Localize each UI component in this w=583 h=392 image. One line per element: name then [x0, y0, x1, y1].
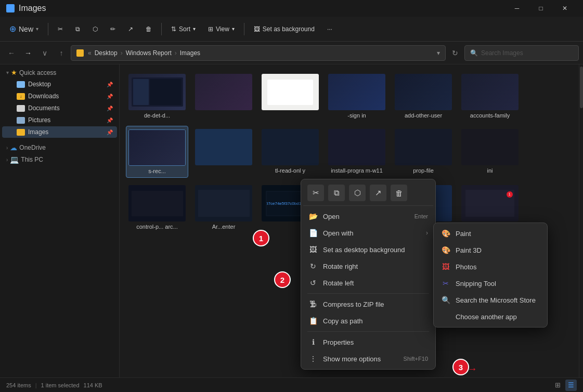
search-box[interactable]: 🔍 Search Images [464, 45, 579, 61]
file-item-ini[interactable]: ini [459, 126, 521, 178]
cm-open-icon: 📂 [308, 212, 318, 221]
cm-delete-button[interactable]: 🗑 [391, 185, 407, 201]
file-item-install-program[interactable]: install-progra m-w11 [326, 126, 388, 178]
chevron-down-icon: ▾ [6, 70, 9, 75]
details-view-button[interactable]: ☰ [565, 380, 577, 391]
cm-share-button[interactable]: ↗ [370, 185, 386, 201]
grid-view-button[interactable]: ⊞ [552, 380, 563, 391]
path-dropdown-button[interactable]: ▾ [437, 49, 440, 57]
toolbar-separator-3 [244, 23, 244, 35]
cut-button[interactable]: ✂ [53, 20, 68, 38]
cm-copy-button[interactable]: ⧉ [328, 185, 345, 201]
copy-icon: ⧉ [75, 25, 80, 33]
file-item-prop-file[interactable]: prop-file [392, 126, 455, 178]
cm-paste-button[interactable]: ⬡ [349, 185, 366, 201]
file-item-accounts-family[interactable]: accounts-family [459, 71, 521, 122]
cm-properties-label: Properties [323, 338, 354, 346]
submenu-item-paint3d[interactable]: 🎨 Paint 3D [436, 242, 545, 258]
file-item-tl-read-only[interactable]: tl-read-onl y [259, 126, 321, 178]
view-button[interactable]: ⊞ View ▾ [203, 20, 240, 38]
cm-item-rotate-right[interactable]: ↻ Rotate right [303, 258, 433, 275]
submenu-item-photos[interactable]: 🖼 Photos [436, 258, 545, 275]
file-item-sign-in[interactable]: -sign in [326, 71, 388, 122]
new-button[interactable]: ⊕ New ▾ [4, 20, 44, 38]
cm-item-open[interactable]: 📂 Open Enter [303, 208, 433, 225]
file-item-ar-enter[interactable]: Ar...enter [192, 182, 255, 233]
cm-item-copy-path[interactable]: 📋 Copy as path [303, 312, 433, 329]
share-button[interactable]: ↗ [123, 20, 138, 38]
sidebar-onedrive-label: OneDrive [19, 144, 46, 151]
sidebar-item-desktop[interactable]: Desktop 📌 [2, 79, 117, 90]
close-button[interactable]: ✕ [553, 0, 577, 17]
cm-item-set-desktop[interactable]: 🖼 Set as desktop background [303, 241, 433, 258]
minimize-button[interactable]: ─ [505, 0, 529, 17]
quick-access-star-icon: ★ [11, 69, 17, 76]
file-name-add-other-user: add-other-user [405, 112, 442, 119]
sidebar-item-documents[interactable]: Documents 📌 [2, 102, 117, 114]
sidebar-quick-access-header[interactable]: ▾ ★ Quick access [2, 67, 117, 78]
file-item-3[interactable] [259, 71, 321, 122]
photos-icon: 🖼 [441, 262, 450, 271]
recent-button[interactable]: ∨ [37, 46, 52, 60]
path-sep-2: › [175, 49, 177, 57]
cm-copy-path-icon: 📋 [308, 316, 318, 325]
file-item-control-p[interactable]: control-p... arc... [126, 182, 188, 233]
refresh-button[interactable]: ↻ [448, 46, 462, 60]
title-bar: Images ─ □ ✕ [0, 0, 583, 17]
documents-folder-icon [17, 105, 25, 112]
up-button[interactable]: ↑ [54, 46, 69, 60]
cm-item-rotate-left[interactable]: ↺ Rotate left [303, 275, 433, 291]
toolbar-separator-1 [48, 23, 48, 35]
sidebar-item-pictures[interactable]: Pictures 📌 [2, 114, 117, 126]
submenu-item-choose-app[interactable]: Choose another app [436, 308, 545, 325]
snipping-icon: ✂ [441, 279, 450, 288]
cm-item-more-options[interactable]: ⋮ Show more options Shift+F10 [303, 350, 433, 367]
submenu-item-paint[interactable]: 🎨 Paint [436, 225, 545, 242]
new-label: New [19, 25, 33, 33]
forward-button[interactable]: → [21, 46, 35, 60]
file-item-8[interactable] [192, 126, 255, 178]
sort-button[interactable]: ⇅ Sort ▾ [166, 20, 201, 38]
file-thumb-ar-enter [195, 185, 252, 221]
right-scrollbar[interactable] [579, 64, 583, 377]
file-item-2[interactable] [192, 71, 255, 122]
address-path[interactable]: « Desktop › Windows Report › Images ▾ [71, 45, 446, 61]
cm-item-open-with[interactable]: 📄 Open with › 🎨 Paint 🎨 Paint 3D 🖼 [303, 225, 433, 241]
sidebar-thispc-header[interactable]: › 💻 This PC [2, 154, 117, 165]
file-thumb-18: 1 [461, 185, 519, 221]
sidebar-item-images[interactable]: Images 📌 [2, 126, 117, 138]
background-button[interactable]: 🖼 Set as background [249, 20, 320, 38]
cm-more-options-label: Show more options [323, 355, 381, 363]
delete-button[interactable]: 🗑 [140, 20, 157, 38]
rename-button[interactable]: ✏ [105, 20, 121, 38]
desktop-folder-icon [17, 81, 25, 88]
paste-button[interactable]: ⬡ [87, 20, 103, 38]
cm-cut-button[interactable]: ✂ [307, 185, 324, 201]
file-thumb-3 [262, 74, 319, 110]
sidebar-item-label-images: Images [28, 128, 48, 136]
cm-item-properties[interactable]: ℹ Properties [303, 334, 433, 350]
file-item-s-rec[interactable]: s-rec... [126, 126, 188, 178]
copy-button[interactable]: ⧉ [70, 20, 85, 38]
onedrive-icon: ☁ [10, 143, 17, 152]
cm-item-compress[interactable]: 🗜 Compress to ZIP file [303, 296, 433, 312]
submenu-item-store[interactable]: 🔍 Search the Microsoft Store [436, 292, 545, 308]
cm-open-with-icon: 📄 [308, 228, 318, 238]
window-title: Images [19, 4, 46, 13]
sidebar-onedrive-header[interactable]: › ☁ OneDrive [2, 142, 117, 153]
submenu-item-snipping[interactable]: ✂ Snipping Tool [436, 275, 545, 292]
file-name-s-rec: s-rec... [148, 168, 166, 174]
view-label: View [216, 25, 229, 33]
file-item-add-other-user[interactable]: add-other-user [392, 71, 455, 122]
cm-more-options-icon: ⋮ [308, 354, 318, 363]
maximize-button[interactable]: □ [529, 0, 553, 17]
submenu-label-photos: Photos [456, 263, 476, 271]
back-button[interactable]: ← [4, 46, 19, 60]
file-item-1[interactable]: de-det-d... [126, 71, 188, 122]
file-name-control-p: control-p... arc... [136, 224, 177, 230]
sidebar-item-downloads[interactable]: ↓ Downloads 📌 [2, 90, 117, 102]
more-button[interactable]: ··· [322, 20, 338, 38]
status-bar: 254 items | 1 item selected 114 KB ⊞ ☰ [0, 377, 583, 392]
cm-open-label: Open [323, 213, 340, 220]
cm-properties-icon: ℹ [308, 337, 318, 347]
